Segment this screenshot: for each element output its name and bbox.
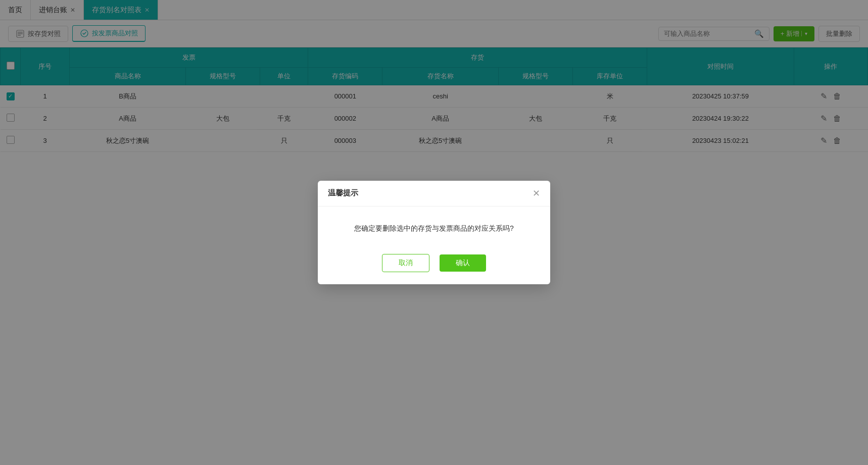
dialog: 温馨提示 ✕ 您确定要删除选中的存货与发票商品的对应关系吗? 取消 确认 — [318, 181, 550, 284]
dialog-overlay: 温馨提示 ✕ 您确定要删除选中的存货与发票商品的对应关系吗? 取消 确认 — [0, 0, 868, 465]
dialog-confirm-button[interactable]: 确认 — [440, 254, 486, 272]
dialog-message: 您确定要删除选中的存货与发票商品的对应关系吗? — [354, 224, 514, 232]
dialog-cancel-button[interactable]: 取消 — [382, 254, 429, 272]
dialog-footer: 取消 确认 — [318, 246, 550, 284]
dialog-close-button[interactable]: ✕ — [533, 188, 540, 199]
dialog-header: 温馨提示 ✕ — [318, 181, 550, 206]
dialog-title: 温馨提示 — [328, 188, 358, 198]
dialog-body: 您确定要删除选中的存货与发票商品的对应关系吗? — [318, 206, 550, 246]
